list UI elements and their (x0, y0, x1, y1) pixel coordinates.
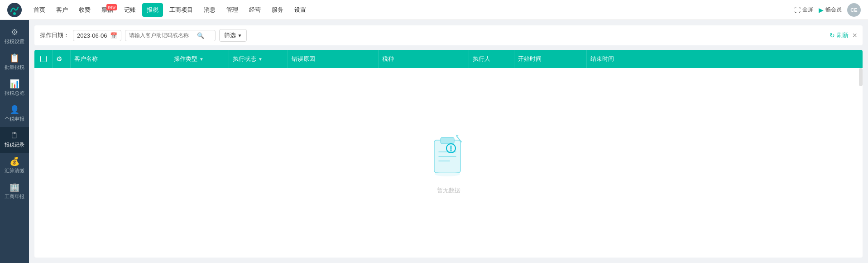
sidebar: ⚙ 报税设置 📋 批量报税 📊 报税总览 👤 个税申报 🗒 报税记录 💰 汇算清… (0, 20, 29, 263)
close-button[interactable]: × (852, 31, 857, 39)
th-end-time: 结束时间 (587, 50, 646, 68)
nav-items: 首页 客户 收费 票据 new 记账 报税 工商项目 消息 管理 经营 服务 设… (29, 3, 794, 17)
sidebar-item-calc-pay[interactable]: 💰 汇算清缴 (0, 153, 29, 179)
date-value: 2023-06-06 (77, 32, 107, 39)
calc-pay-icon: 💰 (10, 157, 19, 166)
refresh-button[interactable]: ↻ 刷新 (830, 31, 849, 39)
date-picker[interactable]: 2023-06-06 📅 (73, 30, 121, 41)
chevron-down-icon: ▼ (238, 33, 242, 38)
th-executor: 执行人 (469, 50, 514, 68)
nav-tax[interactable]: 报税 (142, 3, 163, 17)
member-icon: ▶ (819, 6, 824, 14)
svg-rect-3 (441, 137, 454, 144)
svg-point-12 (435, 172, 460, 176)
main-layout: ⚙ 报税设置 📋 批量报税 📊 报税总览 👤 个税申报 🗒 报税记录 💰 汇算清… (0, 20, 868, 263)
nav-home[interactable]: 首页 (29, 3, 50, 17)
nav-operation[interactable]: 经营 (245, 3, 265, 17)
sort-icon-status: ▼ (258, 57, 263, 62)
batch-tax-icon: 📋 (10, 54, 19, 62)
sidebar-item-annual-report[interactable]: 🏢 工商年报 (0, 179, 29, 205)
sort-icon-operation: ▼ (199, 57, 204, 62)
nav-settings[interactable]: 设置 (290, 3, 311, 17)
sidebar-item-batch-tax[interactable]: 📋 批量报税 (0, 49, 29, 75)
sidebar-item-label: 个税申报 (5, 116, 24, 122)
th-gear[interactable]: ⚙ (53, 50, 71, 68)
sidebar-item-tax-record[interactable]: 🗒 报税记录 (0, 127, 29, 153)
th-operation-type[interactable]: 操作类型 ▼ (170, 50, 229, 68)
app-logo[interactable] (7, 3, 22, 17)
nav-business[interactable]: 工商项目 (165, 3, 197, 17)
nav-accounting[interactable]: 记账 (120, 3, 140, 17)
table-header: ⚙ 客户名称 操作类型 ▼ 执行状态 ▼ 错误原因 税种 (34, 50, 863, 68)
svg-point-1 (13, 12, 16, 15)
search-input[interactable] (129, 32, 197, 39)
svg-marker-11 (456, 135, 459, 136)
nav-customer[interactable]: 客户 (52, 3, 72, 17)
th-checkbox[interactable] (34, 50, 53, 68)
user-avatar[interactable]: CE (847, 3, 861, 17)
scroll-indicator[interactable] (859, 68, 863, 86)
sidebar-item-label: 报税记录 (5, 141, 24, 148)
filter-button[interactable]: 筛选 ▼ (219, 29, 247, 42)
sidebar-item-label: 工商年报 (5, 193, 24, 200)
invoice-badge: new (106, 4, 117, 10)
tax-record-icon: 🗒 (10, 132, 19, 140)
fullscreen-icon: ⛶ (794, 6, 801, 14)
toolbar: 操作日期： 2023-06-06 📅 🔍 筛选 ▼ ↻ 刷新 × (34, 25, 863, 45)
personal-tax-icon: 👤 (10, 106, 19, 114)
nav-manage[interactable]: 管理 (222, 3, 243, 17)
tax-overview-icon: 📊 (10, 80, 19, 88)
filter-label: 筛选 (224, 31, 236, 39)
content-area: 操作日期： 2023-06-06 📅 🔍 筛选 ▼ ↻ 刷新 × (29, 20, 868, 263)
top-nav: 首页 客户 收费 票据 new 记账 报税 工商项目 消息 管理 经营 服务 设… (0, 0, 868, 20)
nav-invoice[interactable]: 票据 new (97, 3, 118, 17)
th-error-reason: 错误原因 (288, 50, 379, 68)
sidebar-item-label: 汇算清缴 (5, 167, 24, 174)
empty-illustration (426, 131, 471, 181)
search-box: 🔍 (125, 30, 216, 41)
header-checkbox[interactable] (40, 56, 47, 62)
th-start-time: 开始时间 (514, 50, 587, 68)
nav-message[interactable]: 消息 (199, 3, 220, 17)
nav-billing[interactable]: 收费 (74, 3, 95, 17)
empty-state: 暂无数据 (426, 131, 471, 195)
table-wrapper: ⚙ 客户名称 操作类型 ▼ 执行状态 ▼ 错误原因 税种 (34, 50, 863, 258)
gear-icon: ⚙ (56, 55, 62, 63)
th-tax-type: 税种 (379, 50, 469, 68)
refresh-label: 刷新 (837, 31, 849, 39)
calendar-icon: 📅 (110, 32, 117, 39)
fullscreen-btn[interactable]: ⛶ 全屏 (794, 6, 813, 14)
member-btn[interactable]: ▶ 畅会员 (819, 6, 842, 14)
tax-settings-icon: ⚙ (11, 28, 18, 36)
sidebar-item-tax-overview[interactable]: 📊 报税总览 (0, 75, 29, 101)
th-exec-status[interactable]: 执行状态 ▼ (229, 50, 288, 68)
svg-point-9 (450, 150, 451, 151)
sidebar-item-label: 报税总览 (5, 90, 24, 97)
annual-report-icon: 🏢 (10, 183, 19, 191)
top-nav-right: ⛶ 全屏 ▶ 畅会员 CE (794, 3, 861, 17)
sidebar-item-personal-tax[interactable]: 👤 个税申报 (0, 101, 29, 127)
refresh-icon: ↻ (830, 32, 835, 39)
table-body: 暂无数据 (34, 68, 863, 258)
empty-text: 暂无数据 (437, 186, 460, 195)
sidebar-item-tax-settings[interactable]: ⚙ 报税设置 (0, 24, 29, 49)
date-label: 操作日期： (40, 31, 69, 39)
th-customer-name: 客户名称 (71, 50, 170, 68)
close-icon: × (852, 31, 857, 40)
nav-service[interactable]: 服务 (267, 3, 288, 17)
search-icon[interactable]: 🔍 (197, 32, 204, 39)
sidebar-item-label: 报税设置 (5, 38, 24, 45)
sidebar-item-label: 批量报税 (5, 64, 24, 71)
